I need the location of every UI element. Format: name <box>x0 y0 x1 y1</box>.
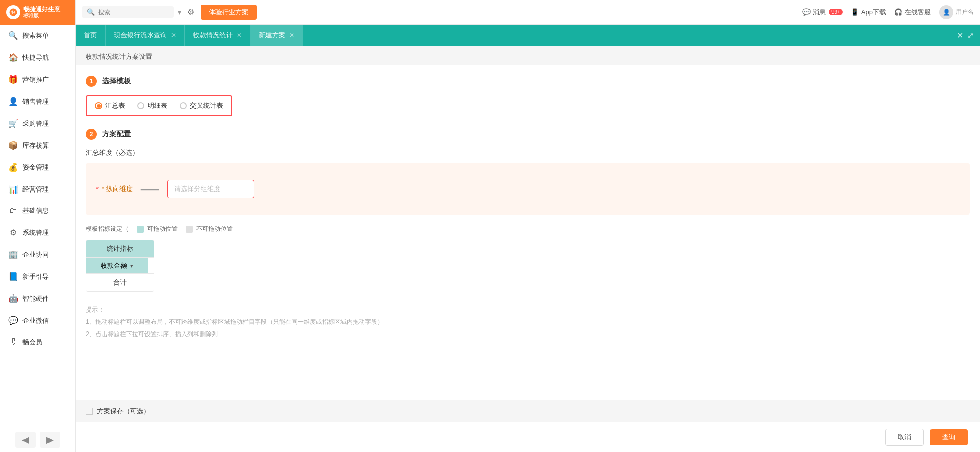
tip1: 1、拖动标题栏可以调整布局，不可跨维度或指标区域拖动栏目字段（只能在同一维度或指… <box>86 316 970 328</box>
sidebar-item-member[interactable]: 🎖 畅会员 <box>0 331 75 353</box>
dimension-area: * * 纵向维度 —— 请选择分组维度 <box>86 163 970 215</box>
save-label: 方案保存（可选） <box>97 407 150 416</box>
logo-version: 标准版 <box>23 13 60 19</box>
radio-summary-label: 汇总表 <box>105 101 125 110</box>
dimension-arrow-icon: —— <box>141 184 159 195</box>
query-button[interactable]: 查询 <box>930 429 968 445</box>
indicator-legend: 模板指标设定（ 可拖动位置 不可拖动位置 <box>86 225 970 233</box>
tab-new-plan[interactable]: 新建方案 ✕ <box>251 25 303 46</box>
step1-num: 1 <box>86 76 97 87</box>
indicator-col-header-row: 收款金额 ▾ <box>86 258 154 273</box>
tab-receipt-stats[interactable]: 收款情况统计 ✕ <box>185 25 251 46</box>
sidebar-item-finance[interactable]: 💰 资金管理 <box>0 156 75 178</box>
radio-cross[interactable]: 交叉统计表 <box>180 101 223 110</box>
topbar-right: 💬 消息 99+ 📱 App下载 🎧 在线客服 👤 用户名 <box>802 5 974 19</box>
radio-summary-dot <box>95 102 102 109</box>
sidebar-item-inventory[interactable]: 📦 库存核算 <box>0 134 75 156</box>
topbar-chevron-icon[interactable]: ▾ <box>178 8 181 16</box>
sidebar-item-newbie[interactable]: 📘 新手引导 <box>0 266 75 288</box>
sidebar-collapse-btn[interactable]: ◀ <box>15 432 36 448</box>
svg-text:好: 好 <box>11 10 16 15</box>
sidebar-item-sales[interactable]: 👤 销售管理 <box>0 90 75 112</box>
content-body: 1 选择模板 汇总表 明细表 交叉统计表 <box>76 65 980 400</box>
tab-maximize-icon[interactable]: ⤢ <box>967 31 974 40</box>
step1-section: 1 选择模板 汇总表 明细表 交叉统计表 <box>86 76 970 116</box>
sidebar-item-quick-nav[interactable]: 🏠 快捷导航 <box>0 46 75 68</box>
content-area: 收款情况统计方案设置 1 选择模板 汇总表 明细表 <box>76 46 980 422</box>
user-menu[interactable]: 👤 用户名 <box>939 5 974 19</box>
cancel-button[interactable]: 取消 <box>885 429 924 446</box>
tabbar: 首页 现金银行流水查询 ✕ 收款情况统计 ✕ 新建方案 ✕ ✕ ⤢ <box>76 25 980 46</box>
sidebar-item-enterprise[interactable]: 🏢 企业协同 <box>0 244 75 266</box>
sidebar-item-label: 库存核算 <box>22 141 49 150</box>
sidebar-item-marketing[interactable]: 🎁 营销推广 <box>0 68 75 90</box>
main-area: 🔍 ▾ ⚙ 体验行业方案 💬 消息 99+ 📱 App下载 🎧 在线客服 👤 用… <box>76 0 980 452</box>
tab-receipt-stats-label: 收款情况统计 <box>193 31 233 40</box>
tab-new-plan-close[interactable]: ✕ <box>289 32 295 39</box>
col-header-chevron-icon: ▾ <box>130 263 133 269</box>
indicator-settings: 模板指标设定（ 可拖动位置 不可拖动位置 统计指标 <box>86 225 970 293</box>
vertical-label: * * 纵向维度 <box>96 184 133 194</box>
sidebar-item-basic-info[interactable]: 🗂 基础信息 <box>0 200 75 222</box>
sidebar-item-smart-hw[interactable]: 🤖 智能硬件 <box>0 288 75 310</box>
industry-btn[interactable]: 体验行业方案 <box>201 5 257 20</box>
indicator-settings-label: 模板指标设定（ <box>86 225 129 233</box>
search-input[interactable] <box>98 9 168 16</box>
operation-icon: 📊 <box>8 184 18 194</box>
legend-non-draggable: 不可拖动位置 <box>186 225 233 233</box>
message-btn[interactable]: 💬 消息 99+ <box>802 8 843 17</box>
tab-cash-bank[interactable]: 现金银行流水查询 ✕ <box>106 25 185 46</box>
sidebar-item-label: 销售管理 <box>22 97 49 106</box>
sidebar-logo: 好 畅捷通好生意 标准版 <box>0 0 75 25</box>
wechat-icon: 💬 <box>8 316 18 325</box>
sidebar: 好 畅捷通好生意 标准版 🔍 搜索菜单 🏠 快捷导航 🎁 营销推广 👤 销售管理… <box>0 0 76 452</box>
required-star: * <box>96 185 99 193</box>
tab-new-plan-label: 新建方案 <box>259 31 285 40</box>
logo-icon: 好 <box>6 5 20 19</box>
sidebar-item-system[interactable]: ⚙ 系统管理 <box>0 222 75 244</box>
sidebar-item-wechat[interactable]: 💬 企业微信 <box>0 310 75 331</box>
tab-receipt-stats-close[interactable]: ✕ <box>237 32 242 39</box>
radio-detail[interactable]: 明细表 <box>137 101 167 110</box>
step2-num: 2 <box>86 129 97 140</box>
sidebar-item-operation[interactable]: 📊 经营管理 <box>0 178 75 200</box>
sidebar-item-search-menu[interactable]: 🔍 搜索菜单 <box>0 25 75 46</box>
system-icon: ⚙ <box>8 228 18 237</box>
sidebar-item-label: 新手引导 <box>22 272 49 281</box>
app-download-icon: 📱 <box>851 8 859 16</box>
smart-hw-icon: 🤖 <box>8 294 18 303</box>
step2-section: 2 方案配置 汇总维度（必选） * * 纵向维度 —— 请选择分组维度 <box>86 129 970 340</box>
dimension-select[interactable]: 请选择分组维度 <box>167 180 254 198</box>
sidebar-item-label: 畅会员 <box>22 338 42 347</box>
online-service-btn[interactable]: 🎧 在线客服 <box>894 8 931 17</box>
tab-cash-bank-close[interactable]: ✕ <box>171 32 176 39</box>
user-name: 用户名 <box>955 8 974 16</box>
radio-summary[interactable]: 汇总表 <box>95 101 125 110</box>
indicator-col-header[interactable]: 收款金额 ▾ <box>86 258 148 273</box>
basic-info-icon: 🗂 <box>8 206 18 216</box>
user-avatar: 👤 <box>939 5 953 19</box>
topbar: 🔍 ▾ ⚙ 体验行业方案 💬 消息 99+ 📱 App下载 🎧 在线客服 👤 用… <box>76 0 980 25</box>
tab-cash-bank-label: 现金银行流水查询 <box>114 31 167 40</box>
inventory-icon: 📦 <box>8 140 18 150</box>
breadcrumb: 收款情况统计方案设置 <box>76 46 980 65</box>
sidebar-item-label: 经营管理 <box>22 185 49 194</box>
dimension-title: 汇总维度（必选） <box>86 148 970 157</box>
step2-title: 2 方案配置 <box>86 129 970 140</box>
vertical-label-text: * 纵向维度 <box>102 184 133 194</box>
online-service-label: 在线客服 <box>904 8 931 17</box>
bottom-bar: 取消 查询 <box>76 422 980 452</box>
topbar-search-box[interactable]: 🔍 <box>82 6 174 18</box>
save-checkbox[interactable] <box>86 408 93 415</box>
sidebar-item-label: 企业微信 <box>22 316 49 325</box>
tab-home[interactable]: 首页 <box>76 25 106 46</box>
radio-detail-label: 明细表 <box>148 101 167 110</box>
app-download-btn[interactable]: 📱 App下载 <box>851 8 886 17</box>
gear-icon[interactable]: ⚙ <box>187 7 194 17</box>
tab-window-close-icon[interactable]: ✕ <box>957 31 963 40</box>
indicator-table-header-label: 统计指标 <box>107 245 133 252</box>
indicator-table-header: 统计指标 <box>86 240 154 258</box>
dimension-select-placeholder: 请选择分组维度 <box>174 184 233 194</box>
sidebar-item-purchase[interactable]: 🛒 采购管理 <box>0 112 75 134</box>
sidebar-expand-btn[interactable]: ▶ <box>40 432 60 448</box>
